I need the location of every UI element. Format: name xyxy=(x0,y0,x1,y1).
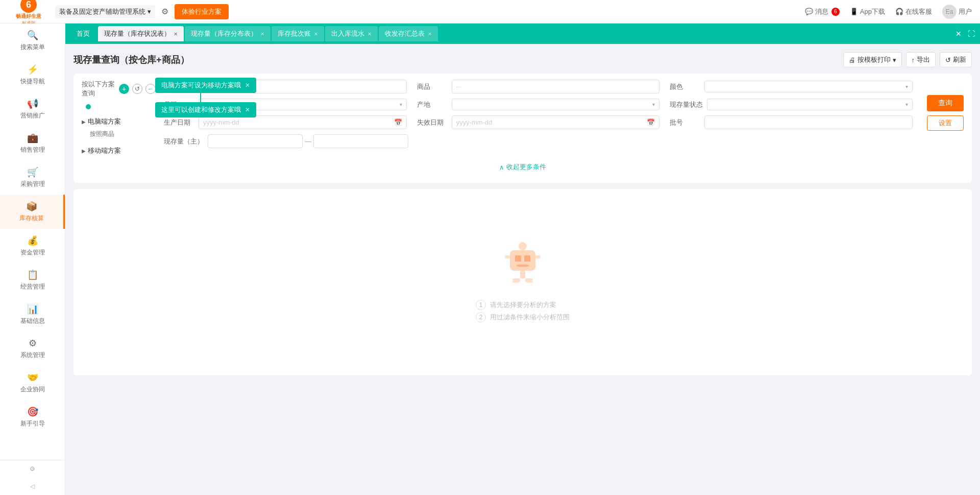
sidebar-item-base-info[interactable]: 📊 基础信息 xyxy=(0,297,65,332)
range-separator: — xyxy=(305,137,311,145)
message-icon: 💬 xyxy=(805,8,813,15)
megaphone-icon: 📢 xyxy=(27,98,38,109)
scheme-tree: ▶ 电脑端方案 按照商品 ▶ xyxy=(82,115,156,157)
sidebar-item-new-guide[interactable]: 🎯 新手引导 xyxy=(0,400,65,434)
filter-left-panel: 按以下方案查询 + ↺ ← xyxy=(82,80,156,157)
stock-qty-min[interactable] xyxy=(208,134,303,148)
tab-bar: 首页 现存量（库存状况表） ✕ 现存量（库存分布表） ✕ 库存批次账 ✕ 出入库… xyxy=(65,23,980,44)
svg-rect-4 xyxy=(520,271,525,278)
production-date-placeholder: yyyy-mm-dd xyxy=(203,119,239,126)
search-btn[interactable]: 查询 xyxy=(927,95,964,111)
system-selector[interactable]: 装备及固定资产辅助管理系统 ▾ xyxy=(55,5,155,18)
tab-batch-ledger[interactable]: 库存批次账 ✕ xyxy=(272,26,324,41)
sidebar-item-marketing[interactable]: 📢 营销推广 xyxy=(0,92,65,126)
scheme-dot xyxy=(86,104,91,109)
trial-button[interactable]: 体验行业方案 xyxy=(175,4,229,19)
export-icon: ↑ xyxy=(912,56,915,64)
print-icon: 🖨 xyxy=(849,56,855,64)
export-btn[interactable]: ↑ 导出 xyxy=(906,52,936,67)
content-area: 首页 现存量（库存状况表） ✕ 现存量（库存分布表） ✕ 库存批次账 ✕ 出入库… xyxy=(65,23,980,495)
sidebar-item-search-menu[interactable]: 🔍 搜索菜单 xyxy=(0,23,65,58)
page-title: 现存量查询（按仓库+商品） xyxy=(74,54,189,66)
scheme-tree-mobile-item[interactable]: ▶ 移动端方案 xyxy=(82,144,156,157)
sidebar-item-sales[interactable]: 💼 销售管理 xyxy=(0,126,65,160)
svg-point-9 xyxy=(519,242,527,250)
origin-arrow-icon: ▾ xyxy=(652,102,655,107)
main-area: 🔍 搜索菜单 ⚡ 快捷导航 📢 营销推广 💼 销售管理 🛒 采购管理 📦 xyxy=(0,23,980,495)
sidebar-item-quick-nav[interactable]: ⚡ 快捷导航 xyxy=(0,58,65,92)
svg-rect-7 xyxy=(512,278,520,282)
tab-close-inventory-dist[interactable]: ✕ xyxy=(260,31,264,37)
dot-indicator-row xyxy=(82,103,156,111)
headset-icon: 🎧 xyxy=(895,8,903,15)
filter-refresh-btn[interactable]: ↺ xyxy=(132,84,142,94)
sidebar-item-purchase[interactable]: 🛒 采购管理 xyxy=(0,160,65,195)
tab-recv-summary[interactable]: 收发存汇总表 ✕ xyxy=(379,26,438,41)
money-icon: 💰 xyxy=(27,235,38,246)
step-2-num: 2 xyxy=(476,312,486,322)
sidebar-collapse-btn[interactable]: ◁ xyxy=(0,478,65,495)
sidebar-item-operations[interactable]: 📋 经营管理 xyxy=(0,263,65,297)
sidebar-item-sys-mgmt[interactable]: ⚙ 系统管理 xyxy=(0,332,65,366)
calendar-icon-2: 📅 xyxy=(647,119,655,126)
production-date-input[interactable]: yyyy-mm-dd 📅 xyxy=(199,115,407,129)
tab-close-batch-ledger[interactable]: ✕ xyxy=(314,31,318,37)
filter-collapse-btn[interactable]: ∧ 收起更多条件 xyxy=(82,157,964,177)
filter-stock-qty: 现存量（主） — xyxy=(164,134,408,148)
sidebar-settings-btn[interactable]: ⚙ xyxy=(0,460,65,478)
template-print-btn[interactable]: 🖨 按模板打印 ▾ xyxy=(843,52,902,67)
setting-btn[interactable]: 设置 xyxy=(927,115,964,131)
tab-close-inout-flow[interactable]: ✕ xyxy=(368,31,372,37)
scheme-tree-desktop[interactable]: ▶ 电脑端方案 xyxy=(82,115,156,128)
color-label: 颜色 xyxy=(670,82,700,91)
scheme-sub-by-product[interactable]: 按照商品 xyxy=(90,128,156,140)
filter-production-date: 生产日期 yyyy-mm-dd 📅 xyxy=(164,115,407,129)
sidebar-item-enterprise[interactable]: 🤝 企业协同 xyxy=(0,366,65,400)
tab-inout-flow[interactable]: 出入库流水 ✕ xyxy=(325,26,378,41)
filter-stock-status: 现存量状态 ▾ xyxy=(670,99,913,110)
scheme-popover-1-close[interactable]: ✕ xyxy=(245,82,250,89)
tab-close-all-btn[interactable]: ✕ xyxy=(954,29,963,39)
expiry-date-input[interactable]: yyyy-mm-dd 📅 xyxy=(452,115,660,129)
filter-row-2: 尺码 ▾ 产地 xyxy=(164,99,913,110)
user-area[interactable]: Ea 用户 xyxy=(942,5,972,19)
online-support-btn[interactable]: 🎧 在线客服 xyxy=(895,7,932,16)
tab-home[interactable]: 首页 xyxy=(69,26,97,41)
target-icon: 🎯 xyxy=(27,406,38,417)
tab-inventory-dist[interactable]: 现存量（库存分布表） ✕ xyxy=(185,26,271,41)
settings-icon[interactable]: ⚙ xyxy=(161,7,168,16)
app-download-btn[interactable]: 📱 App下载 xyxy=(850,7,885,16)
empty-svg xyxy=(497,240,548,286)
chevron-down-icon: ▾ xyxy=(148,8,151,15)
origin-select[interactable]: ▾ xyxy=(452,99,660,110)
filter-back-btn[interactable]: ← xyxy=(145,84,156,94)
filter-batch: 批号 xyxy=(670,115,913,129)
stock-status-select[interactable]: ▾ xyxy=(707,99,913,110)
scheme-popover-2: 这里可以创建和修改方案哦 ✕ xyxy=(155,102,256,117)
tab-close-inventory-status[interactable]: ✕ xyxy=(174,31,178,37)
svg-rect-5 xyxy=(505,255,510,258)
calendar-icon-1: 📅 xyxy=(394,119,402,126)
refresh-btn[interactable]: ↺ 刷新 xyxy=(940,52,972,67)
settings-bottom-icon: ⚙ xyxy=(30,465,35,473)
filter-origin: 产地 ▾ xyxy=(417,99,660,110)
batch-input[interactable] xyxy=(704,115,913,129)
empty-steps: 1 请先选择要分析的方案 2 用过滤条件来缩小分析范围 xyxy=(476,298,570,324)
briefcase-icon: 💼 xyxy=(27,132,38,144)
filter-product: 商品 ··· xyxy=(417,80,660,93)
tab-inventory-status[interactable]: 现存量（库存状况表） ✕ xyxy=(98,26,184,41)
tab-close-recv-summary[interactable]: ✕ xyxy=(428,31,432,37)
messages-btn[interactable]: 💬 消息 6 xyxy=(805,7,840,16)
scheme-popover-2-close[interactable]: ✕ xyxy=(245,106,250,113)
sidebar-item-inventory[interactable]: 📦 库存核算 xyxy=(0,195,65,229)
sidebar-item-finance[interactable]: 💰 资金管理 xyxy=(0,229,65,263)
color-select[interactable]: ▾ xyxy=(704,81,913,92)
product-label: 商品 xyxy=(417,82,448,91)
filter-actions: + ↺ ← xyxy=(119,84,156,94)
svg-rect-8 xyxy=(525,278,533,282)
tab-fullscreen-btn[interactable]: ⛶ xyxy=(967,29,976,39)
filter-add-btn[interactable]: + xyxy=(119,84,129,94)
product-input[interactable]: ··· xyxy=(452,80,660,93)
stock-status-arrow-icon: ▾ xyxy=(905,102,908,107)
stock-qty-max[interactable] xyxy=(313,134,408,148)
